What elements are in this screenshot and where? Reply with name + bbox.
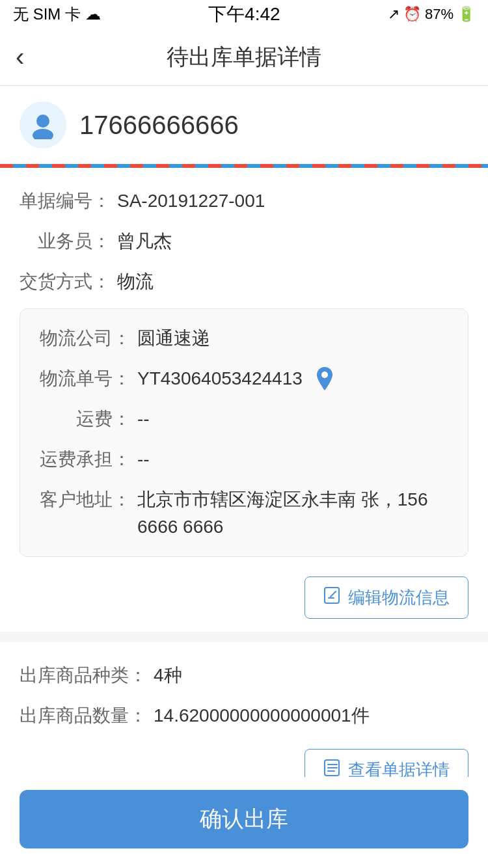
status-right: ↗ ⏰ 87% 🔋: [388, 6, 475, 23]
delivery-row: 交货方式： 物流: [20, 268, 468, 295]
edit-logistics-container: 编辑物流信息: [20, 570, 468, 619]
salesman-row: 业务员： 曾凡杰: [20, 228, 468, 255]
types-row: 出库商品种类： 4种: [20, 662, 468, 689]
types-label: 出库商品种类：: [20, 662, 147, 689]
tracking-row: 物流单号： YT43064053424413: [40, 365, 448, 392]
quantity-label: 出库商品数量：: [20, 702, 147, 729]
user-icon: [29, 111, 57, 139]
sim-status: 无 SIM 卡 ☁: [13, 4, 101, 25]
delivery-label: 交货方式：: [20, 268, 111, 295]
avatar: [20, 102, 66, 148]
freight-bear-label: 运费承担：: [40, 446, 131, 473]
address-row: 客户地址： 北京市市辖区海淀区永丰南 张，156 6666 6666: [40, 486, 448, 541]
confirm-button[interactable]: 确认出库: [20, 790, 468, 848]
bottom-area: 确认出库: [0, 777, 488, 868]
edit-logistics-label: 编辑物流信息: [348, 586, 450, 609]
tracking-value-container: YT43064053424413: [137, 365, 448, 392]
battery-icon: 🔋: [457, 6, 475, 23]
main-content: 17666666666 单据编号： SA-20191227-001 业务员： 曾…: [0, 86, 488, 868]
edit-icon: [323, 586, 342, 609]
delivery-value: 物流: [117, 268, 468, 295]
order-no-value: SA-20191227-001: [117, 187, 468, 215]
freight-label: 运费：: [40, 405, 131, 433]
svg-point-0: [36, 115, 49, 128]
logistics-company-row: 物流公司： 圆通速递: [40, 325, 448, 352]
nav-bar: ‹ 待出库单据详情: [0, 29, 488, 86]
status-left: 无 SIM 卡 ☁: [13, 4, 101, 25]
order-no-row: 单据编号： SA-20191227-001: [20, 187, 468, 215]
alarm-icon: ⏰: [403, 6, 421, 23]
freight-bear-value: --: [137, 446, 448, 473]
page-title: 待出库单据详情: [167, 42, 321, 72]
quantity-row: 出库商品数量： 14.62000000000000001件: [20, 702, 468, 729]
freight-row: 运费： --: [40, 405, 448, 433]
salesman-label: 业务员：: [20, 228, 111, 255]
tracking-label: 物流单号：: [40, 365, 131, 392]
svg-point-1: [33, 129, 53, 139]
address-label: 客户地址：: [40, 486, 131, 513]
freight-value: --: [137, 405, 448, 433]
tracking-location-icon[interactable]: [313, 367, 336, 390]
salesman-value: 曾凡杰: [117, 228, 468, 255]
back-button[interactable]: ‹: [16, 42, 24, 72]
quantity-value: 14.62000000000000001件: [154, 702, 468, 729]
freight-bear-row: 运费承担： --: [40, 446, 448, 473]
svg-point-2: [321, 372, 328, 378]
order-info-section: 单据编号： SA-20191227-001 业务员： 曾凡杰 交货方式： 物流 …: [0, 168, 488, 632]
address-value: 北京市市辖区海淀区永丰南 张，156 6666 6666: [137, 486, 448, 541]
tracking-value: YT43064053424413: [137, 365, 303, 392]
logistics-company-value: 圆通速递: [137, 325, 448, 352]
status-bar: 无 SIM 卡 ☁ 下午4:42 ↗ ⏰ 87% 🔋: [0, 0, 488, 29]
battery-level: 87%: [425, 6, 454, 23]
logistics-company-label: 物流公司：: [40, 325, 131, 352]
status-time: 下午4:42: [208, 2, 280, 27]
order-no-label: 单据编号：: [20, 187, 111, 215]
location-status-icon: ↗: [388, 6, 400, 23]
customer-phone: 17666666666: [79, 111, 239, 140]
edit-logistics-button[interactable]: 编辑物流信息: [305, 576, 468, 619]
logistics-card: 物流公司： 圆通速递 物流单号： YT43064053424413 运费：: [20, 308, 468, 557]
customer-header: 17666666666: [0, 86, 488, 164]
types-value: 4种: [154, 662, 468, 689]
